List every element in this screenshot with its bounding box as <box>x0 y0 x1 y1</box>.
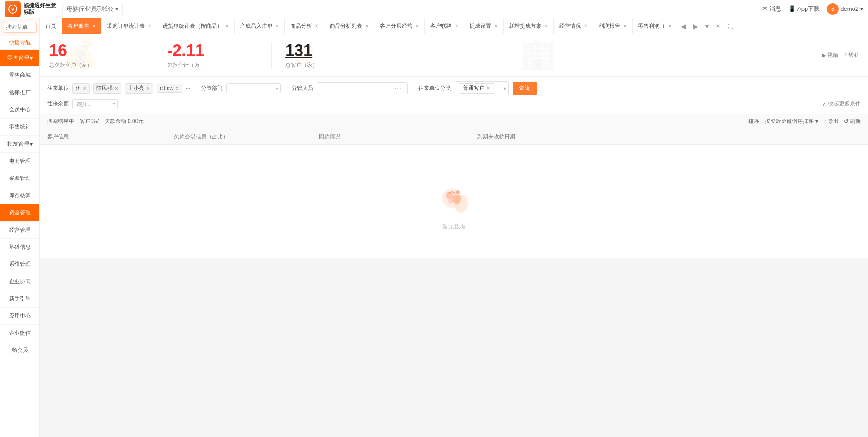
sidebar-item-enterprise-collab[interactable]: 企业协同 <box>0 273 39 290</box>
tab-close-customer-contact[interactable]: ✕ <box>455 24 458 28</box>
total-customers-label: 总欠款客户（家） <box>49 62 92 69</box>
sidebar-item-retail-stats[interactable]: 零售统计 <box>0 119 39 136</box>
app-download-btn[interactable]: 📱 App下载 <box>788 5 820 13</box>
filter-tag-chen[interactable]: 陈民强 ✕ <box>93 83 121 94</box>
person-input-area[interactable]: ··· <box>317 82 408 94</box>
sidebar-item-ecommerce-mgmt[interactable]: 电商管理 <box>0 153 39 170</box>
sidebar-item-enterprise-wechat[interactable]: 企业微信 <box>0 325 39 342</box>
overdue-amount-number: -2.11 <box>167 42 204 60</box>
tab-expand[interactable]: ⛶ <box>724 18 737 34</box>
person-input[interactable] <box>321 85 393 91</box>
logo-text: 畅捷通好生意 标版 <box>24 2 56 15</box>
tab-boost-settings[interactable]: 提成设置 ✕ <box>464 18 504 34</box>
unit-category-label: 往来单位分类 <box>418 85 451 92</box>
sidebar-item-basic-info[interactable]: 基础信息 <box>0 239 39 256</box>
category-tag-close[interactable]: ✕ <box>486 85 490 91</box>
tab-operations[interactable]: 经营情况 ✕ <box>554 18 593 34</box>
org-selector[interactable]: 母婴行业演示帐套 ▾ <box>62 3 123 15</box>
tab-purchase-order-stats[interactable]: 采购订单统计表 ✕ <box>101 18 157 34</box>
tab-close-incoming-stats[interactable]: ✕ <box>225 24 229 28</box>
tag-close-cjttcw[interactable]: ✕ <box>175 86 179 91</box>
sidebar-item-member-center[interactable]: 会员中心 <box>0 101 39 119</box>
tab-product-incoming[interactable]: 产成品入库单 ✕ <box>235 18 285 34</box>
help-link[interactable]: ? 帮助 <box>844 52 859 59</box>
sidebar-item-operations-mgmt[interactable]: 经营管理 <box>0 222 39 239</box>
quick-nav-btn[interactable]: 快捷导航 <box>0 36 39 50</box>
filter-tag-wu[interactable]: 伍 ✕ <box>72 83 90 94</box>
user-menu[interactable]: d demo2 ▾ <box>827 3 863 15</box>
tab-customer-account[interactable]: 客户账本 ✕ <box>62 18 101 34</box>
message-btn[interactable]: ✉ 消息 <box>762 5 781 13</box>
collapse-icon: ∧ <box>822 101 826 107</box>
export-btn[interactable]: ↑ 导出 <box>824 118 839 125</box>
tab-close-product-incoming[interactable]: ✕ <box>275 24 279 28</box>
empty-state: 暂无数据 <box>40 145 868 258</box>
total-customers-number: 16 <box>49 42 67 60</box>
sidebar-item-marketing[interactable]: 营销推广 <box>0 84 39 101</box>
result-bar: 搜索结果中，客户0家 欠款金额 0.00元 排序：按欠款金额倒序排序 ▾ ↑ 导… <box>40 114 868 129</box>
collapse-btn[interactable]: ∧ 收起更多条件 <box>822 100 861 108</box>
top-right: ✉ 消息 📱 App下载 d demo2 ▾ <box>762 3 863 15</box>
query-button[interactable]: 查询 <box>513 82 537 95</box>
tag-close-wang[interactable]: ✕ <box>146 86 150 91</box>
tab-nav-prev[interactable]: ◀ <box>677 18 690 34</box>
result-summary: 搜索结果中，客户0家 <box>47 118 99 125</box>
dept-select-wrapper <box>226 83 281 93</box>
tab-close-operations[interactable]: ✕ <box>584 24 587 28</box>
sidebar-item-new-user-guide[interactable]: 新手引导 <box>0 290 39 308</box>
tab-close-retail-profit[interactable]: ✕ <box>668 24 671 28</box>
filter-tag-wang[interactable]: 王小亮 ✕ <box>125 83 153 94</box>
content-area: 首页 客户账本 ✕ 采购订单统计表 ✕ 进货单统计表（按商品） ✕ 产成品入库单… <box>40 18 868 437</box>
tab-close-new-boost-plan[interactable]: ✕ <box>544 24 548 28</box>
tab-home[interactable]: 首页 <box>40 18 62 34</box>
tab-new-boost-plan[interactable]: 新增提成方案 ✕ <box>504 18 554 34</box>
collapse-btn-area: ∧ 收起更多条件 <box>822 100 861 108</box>
tab-menu-btn[interactable]: ▾ <box>702 18 712 34</box>
tab-customer-tier[interactable]: 客户分层经营 ✕ <box>374 18 425 34</box>
sidebar-item-fund-mgmt[interactable]: 资金管理 <box>0 204 39 222</box>
sort-label: 排序：按欠款金额倒序排序 <box>748 118 814 125</box>
tab-close-product-analysis[interactable]: ✕ <box>315 24 318 28</box>
sidebar-item-member-vip[interactable]: 畅会员 <box>0 342 39 359</box>
sidebar-item-wholesale-mgmt[interactable]: 批发管理 ▾ <box>0 136 39 153</box>
sidebar-item-retail-mgmt[interactable]: 零售管理 ▾ <box>0 50 39 67</box>
data-table: 客户信息 欠款交易信息（占比） 回款情况 到期未收款日期 <box>40 129 868 258</box>
tab-close-boost-settings[interactable]: ✕ <box>494 24 498 28</box>
stat-block-customers: 16 总欠款客户（家） <box>49 42 139 69</box>
tab-customer-contact[interactable]: 客户联络 ✕ <box>425 18 464 34</box>
dept-select[interactable] <box>226 83 281 93</box>
tab-close-customer-tier[interactable]: ✕ <box>415 24 419 28</box>
tab-product-analysis-list[interactable]: 商品分析列表 ✕ <box>324 18 374 34</box>
col-header-customer-info: 客户信息 <box>47 133 174 141</box>
person-dots-btn[interactable]: ··· <box>393 84 403 92</box>
col-header-repayment: 回款情况 <box>319 133 477 141</box>
tab-close-all[interactable]: ✕ <box>712 18 724 34</box>
video-link[interactable]: ▶ 视频 <box>822 52 838 59</box>
balance-select[interactable]: 选择... <box>72 99 118 109</box>
tab-product-analysis[interactable]: 商品分析 ✕ <box>285 18 324 34</box>
export-icon: ↑ <box>824 118 826 124</box>
tab-nav-next[interactable]: ▶ <box>690 18 702 34</box>
tab-incoming-stats[interactable]: 进货单统计表（按商品） ✕ <box>157 18 235 34</box>
filter-tag-cjttcw[interactable]: cjttcw ✕ <box>157 84 182 93</box>
tab-profit-report[interactable]: 利润报告 ✕ <box>593 18 633 34</box>
tag-close-chen[interactable]: ✕ <box>115 86 118 91</box>
sort-btn[interactable]: 排序：按欠款金额倒序排序 ▾ <box>748 118 818 125</box>
unit-category-select[interactable]: 普通客户 ✕ ▾ <box>455 81 509 95</box>
chevron-down-icon-wholesale: ▾ <box>30 141 33 147</box>
sidebar-item-app-center[interactable]: 应用中心 <box>0 308 39 325</box>
tab-retail-profit[interactable]: 零售利润（ ✕ <box>633 18 677 34</box>
tab-close-product-analysis-list[interactable]: ✕ <box>365 24 369 28</box>
tab-close-customer-account[interactable]: ✕ <box>92 24 96 28</box>
refresh-btn[interactable]: ↺ 刷新 <box>844 118 861 125</box>
sidebar-item-inventory-check[interactable]: 库存核算 <box>0 187 39 204</box>
tab-close-profit-report[interactable]: ✕ <box>623 24 627 28</box>
search-input[interactable] <box>3 22 37 33</box>
tab-close-purchase-order-stats[interactable]: ✕ <box>148 24 151 28</box>
balance-label: 往来余额 <box>47 100 69 108</box>
tag-close-wu[interactable]: ✕ <box>83 86 86 91</box>
sidebar-item-purchase-mgmt[interactable]: 采购管理 <box>0 170 39 187</box>
sidebar-item-retail-mall[interactable]: 零售商城 <box>0 67 39 84</box>
filter-more-btn[interactable]: ··· <box>186 85 190 91</box>
sidebar-item-system-mgmt[interactable]: 系统管理 <box>0 256 39 273</box>
